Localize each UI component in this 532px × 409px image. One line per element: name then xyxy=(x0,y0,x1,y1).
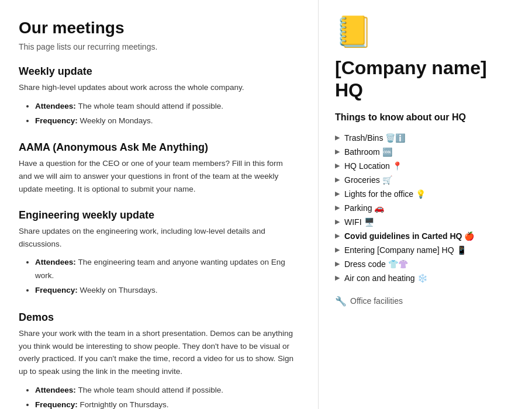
hq-list-item[interactable]: ▶Groceries 🛒 xyxy=(335,173,516,187)
hq-item-label: HQ Location xyxy=(344,161,390,171)
hq-item-emoji: 🛒 xyxy=(382,175,392,185)
company-icon: 📒 xyxy=(335,14,516,50)
hq-item-label: Bathroom xyxy=(344,147,380,157)
chevron-right-icon: ▶ xyxy=(335,246,340,254)
company-title: [Company name] HQ xyxy=(335,57,516,102)
bullet-list-demos: Attendees: The whole team should attend … xyxy=(19,384,295,409)
section-aama: AAMA (Anonymous Ask Me Anything)Have a q… xyxy=(19,141,295,195)
hq-item-label: Air con and heating xyxy=(344,273,415,283)
section-desc-weekly-update: Share high-level updates about work acro… xyxy=(19,81,295,94)
section-weekly-update: Weekly updateShare high-level updates ab… xyxy=(19,65,295,127)
page-subtitle: This page lists our recurring meetings. xyxy=(19,42,295,51)
hq-item-emoji: 🗑️ℹ️ xyxy=(385,133,405,143)
bullet-item: Attendees: The whole team should attend … xyxy=(35,100,295,113)
section-desc-aama: Have a question for the CEO or one of yo… xyxy=(19,157,295,195)
sections-container: Weekly updateShare high-level updates ab… xyxy=(19,65,295,409)
hq-item-label: Trash/Bins xyxy=(344,133,383,143)
section-engineering: Engineering weekly updateShare updates o… xyxy=(19,209,295,297)
hq-item-label: Entering [Company name] HQ xyxy=(344,245,454,255)
hq-item-emoji: 🚗 xyxy=(374,203,384,213)
chevron-right-icon: ▶ xyxy=(335,162,340,169)
hq-list: ▶Trash/Bins 🗑️ℹ️▶Bathroom 🆒▶HQ Location … xyxy=(335,131,516,285)
chevron-right-icon: ▶ xyxy=(335,232,340,240)
hq-list-item[interactable]: ▶Trash/Bins 🗑️ℹ️ xyxy=(335,131,516,145)
chevron-right-icon: ▶ xyxy=(335,190,340,197)
hq-item-label: Parking xyxy=(344,203,372,213)
hq-list-item[interactable]: ▶Lights for the office 💡 xyxy=(335,187,516,201)
hq-item-emoji: 📱 xyxy=(457,245,467,255)
hq-item-emoji: 📍 xyxy=(392,161,402,171)
section-demos: DemosShare your work with the team in a … xyxy=(19,311,295,409)
wrench-icon: 🔧 xyxy=(335,296,347,307)
bullet-item: Attendees: The whole team should attend … xyxy=(35,384,295,397)
hq-list-item[interactable]: ▶Entering [Company name] HQ 📱 xyxy=(335,243,516,257)
bullet-item: Frequency: Fortnightly on Thursdays. xyxy=(35,398,295,409)
section-title-weekly-update: Weekly update xyxy=(19,65,295,78)
left-panel: Our meetings This page lists our recurri… xyxy=(0,0,319,409)
hq-item-emoji: 💡 xyxy=(416,189,426,199)
chevron-right-icon: ▶ xyxy=(335,134,340,141)
hq-list-item[interactable]: ▶Covid guidelines in Carted HQ 🍎 xyxy=(335,229,516,243)
chevron-right-icon: ▶ xyxy=(335,176,340,183)
chevron-right-icon: ▶ xyxy=(335,218,340,226)
bullet-list-weekly-update: Attendees: The whole team should attend … xyxy=(19,100,295,128)
office-facilities-item[interactable]: 🔧 Office facilities xyxy=(335,296,516,307)
chevron-right-icon: ▶ xyxy=(335,204,340,212)
hq-item-label: Dress code xyxy=(344,259,386,269)
section-title-engineering: Engineering weekly update xyxy=(19,209,295,221)
hq-item-emoji: 🆒 xyxy=(382,147,392,157)
hq-item-label: Covid guidelines in Carted HQ xyxy=(344,231,462,241)
hq-list-item[interactable]: ▶HQ Location 📍 xyxy=(335,159,516,173)
section-title-demos: Demos xyxy=(19,311,295,324)
bullet-item: Frequency: Weekly on Mondays. xyxy=(35,115,295,128)
hq-list-item[interactable]: ▶Air con and heating ❄️ xyxy=(335,271,516,285)
right-panel: 📒 [Company name] HQ Things to know about… xyxy=(319,0,532,409)
section-desc-engineering: Share updates on the engineering work, i… xyxy=(19,225,295,250)
chevron-right-icon: ▶ xyxy=(335,274,340,282)
hq-item-emoji: 🖥️ xyxy=(364,217,374,227)
hq-list-item[interactable]: ▶Dress code 👕👚 xyxy=(335,257,516,271)
chevron-right-icon: ▶ xyxy=(335,260,340,268)
section-desc-demos: Share your work with the team in a short… xyxy=(19,327,295,377)
hq-list-item[interactable]: ▶Parking 🚗 xyxy=(335,201,516,215)
hq-item-label: Lights for the office xyxy=(344,189,413,199)
bullet-item: Frequency: Weekly on Thursdays. xyxy=(35,284,295,297)
hq-list-item[interactable]: ▶WIFI 🖥️ xyxy=(335,215,516,229)
bullet-item: Attendees: The engineering team and anyo… xyxy=(35,256,295,283)
hq-item-label: Groceries xyxy=(344,175,380,185)
hq-list-item[interactable]: ▶Bathroom 🆒 xyxy=(335,145,516,159)
office-facilities-label: Office facilities xyxy=(350,296,403,306)
hq-item-emoji: ❄️ xyxy=(417,273,427,283)
chevron-right-icon: ▶ xyxy=(335,148,340,155)
hq-subtitle: Things to know about our HQ xyxy=(335,112,516,123)
hq-item-emoji: 👕👚 xyxy=(388,259,408,269)
bullet-list-engineering: Attendees: The engineering team and anyo… xyxy=(19,256,295,297)
section-title-aama: AAMA (Anonymous Ask Me Anything) xyxy=(19,141,295,154)
hq-item-emoji: 🍎 xyxy=(464,231,474,241)
page-title: Our meetings xyxy=(19,19,295,37)
hq-item-label: WIFI xyxy=(344,217,362,227)
